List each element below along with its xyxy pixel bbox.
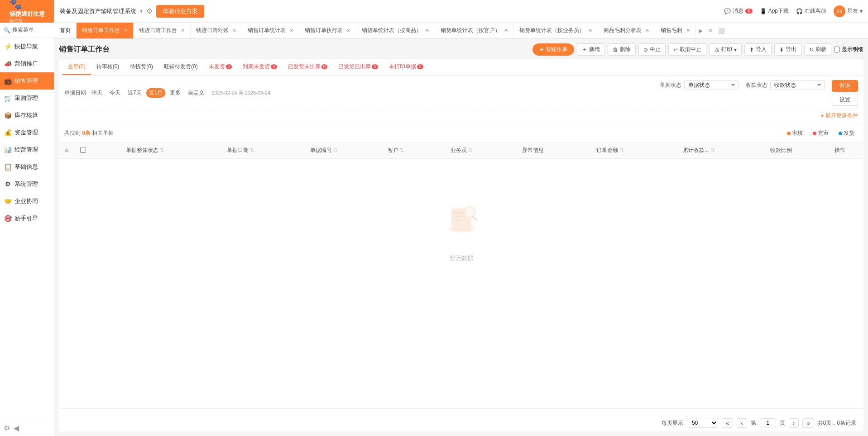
tab-product-margin[interactable]: 商品毛利分析表 ✕ [598, 23, 655, 39]
th-checkbox[interactable] [75, 142, 91, 159]
sidebar-item-sales[interactable]: 💼 销售管理 [0, 72, 54, 90]
tab-goods-stats-product[interactable]: 销货单统计表（按商品） ✕ [356, 23, 435, 39]
delete-btn[interactable]: 🗑 删除 [608, 43, 636, 56]
audit-action-btn[interactable]: 审核 [783, 128, 806, 138]
tab-cash-reconcile[interactable]: 钱货日清对账 ✕ [191, 23, 242, 39]
sidebar-item-guide[interactable]: 🎯 新手引导 [0, 210, 54, 227]
sort-salesman-icon[interactable]: ⇅ [468, 147, 473, 153]
stop-btn[interactable]: ⊘ 中止 [638, 43, 666, 56]
add-btn[interactable]: ＋ 新增 [577, 43, 605, 56]
cancel-stop-btn[interactable]: ↩ 取消中止 [668, 43, 706, 56]
sidebar-item-basic[interactable]: 📋 基础信息 [0, 158, 54, 175]
dropdown-icon[interactable]: ▾ [140, 8, 143, 14]
close-sales-order-tab[interactable]: ✕ [124, 28, 128, 33]
close-cash-reconcile-tab[interactable]: ✕ [232, 28, 236, 33]
date-opt-more[interactable]: 更多 [167, 88, 183, 98]
tab-sales-exec[interactable]: 销售订单执行表 ✕ [299, 23, 356, 39]
select-all-checkbox[interactable] [80, 147, 86, 153]
prev-page-btn[interactable]: ‹ [737, 418, 747, 428]
export-btn[interactable]: ⬇ 导出 [774, 43, 801, 56]
sort-date-icon[interactable]: ⇅ [250, 147, 254, 153]
th-setting[interactable]: ⚙ [59, 142, 75, 159]
settings-topbar-icon[interactable]: ⚙ [146, 7, 153, 15]
sidebar-item-marketing[interactable]: 📣 营销推广 [0, 55, 54, 72]
show-detail-checkbox[interactable] [834, 47, 840, 52]
close-sales-exec-tab[interactable]: ✕ [346, 28, 350, 33]
tab-home[interactable]: 首页 [54, 23, 77, 39]
expand-more-btn[interactable]: ▾ 展开更多条件 [821, 112, 858, 119]
filter-area: 单据日期 昨天 今天 近7天 近1月 更多 自定义 2023-02-24 至 2… [59, 76, 863, 124]
tab-goods-stats-salesman[interactable]: 销货单统计表（按业务员） ✕ [514, 23, 598, 39]
close-goods-customer-tab[interactable]: ✕ [504, 28, 508, 33]
tab-scroll-right[interactable]: ▶ [696, 23, 705, 39]
avatar: Ea [834, 5, 845, 17]
subtab-overdue-unshipped[interactable]: 到期未发货0 [237, 59, 283, 75]
sidebar-item-quick-nav[interactable]: ⚡ 快捷导航 [0, 38, 54, 55]
sidebar-item-purchase[interactable]: 🛒 采购管理 [0, 90, 54, 107]
page-size-select[interactable]: 10 20 50 100 [687, 418, 718, 428]
subtab-wangpu-ship[interactable]: 旺铺待发货(0) [158, 59, 203, 75]
subtab-all[interactable]: 全部(0) [62, 59, 91, 75]
sidebar-item-system[interactable]: ⚙ 系统管理 [0, 175, 54, 193]
date-opt-today[interactable]: 今天 [107, 88, 123, 98]
date-opt-1month[interactable]: 近1月 [146, 88, 166, 98]
close-sales-stats-tab[interactable]: ✕ [289, 28, 293, 33]
sort-amount-icon[interactable]: ⇅ [619, 147, 624, 153]
tab-sales-order[interactable]: 销售订单工作台 ✕ [77, 23, 134, 39]
user-item[interactable]: Ea 用友 ▾ [834, 5, 863, 17]
subtab-unprinted[interactable]: 未打印单据0 [384, 59, 429, 75]
close-goods-product-tab[interactable]: ✕ [425, 28, 429, 33]
sidebar-item-finance[interactable]: 💰 资金管理 [0, 124, 54, 141]
sort-collected-icon[interactable]: ⇅ [710, 147, 715, 153]
subtab-unshipped[interactable]: 未发货0 [203, 59, 238, 75]
subtab-pending-pick[interactable]: 待拣货(0) [125, 59, 158, 75]
date-opt-yesterday[interactable]: 昨天 [89, 88, 105, 98]
sort-number-icon[interactable]: ⇅ [333, 147, 338, 153]
refresh-btn[interactable]: ↻ 刷新 [804, 43, 831, 56]
tab-sales-stats[interactable]: 销售订单统计表 ✕ [242, 23, 299, 39]
tab-cash-daily[interactable]: 钱货日清工作台 ✕ [134, 23, 191, 39]
sidebar-item-label: 资金管理 [14, 128, 38, 137]
tab-close-all[interactable]: ✕ [705, 23, 715, 39]
subtab-shipped-not-out[interactable]: 已发货未出库0 [283, 59, 333, 75]
app-download-item[interactable]: 📱 App下载 [760, 7, 789, 15]
sort-customer-icon[interactable]: ⇅ [400, 147, 404, 153]
show-detail-label[interactable]: 显示明细 [834, 46, 863, 53]
online-service-item[interactable]: 🎧 在线客服 [796, 7, 826, 15]
sidebar-item-enterprise[interactable]: 🤝 企业协同 [0, 193, 54, 210]
tab-goods-stats-customer[interactable]: 销货单统计表（按客户） ✕ [435, 23, 514, 39]
tab-expand[interactable]: ⬜ [715, 23, 728, 39]
ai-generate-btn[interactable]: ✦ 智能生单 [532, 43, 574, 56]
date-opt-7days[interactable]: 近7天 [125, 88, 144, 98]
tab-sales-margin[interactable]: 销售毛利 ✕ [655, 23, 696, 39]
set-btn[interactable]: 设置 [832, 94, 858, 106]
subtab-pending-audit[interactable]: 待审核(0) [91, 59, 125, 75]
search-menu[interactable]: 🔍 搜索菜单 [0, 23, 54, 38]
status-select[interactable]: 单据状态 [684, 80, 739, 90]
first-page-btn[interactable]: « [722, 418, 733, 428]
collapse-icon[interactable]: ◀ [14, 424, 19, 432]
next-page-btn[interactable]: › [789, 418, 799, 428]
import-btn[interactable]: ⬆ 导入 [744, 43, 772, 56]
close-sales-margin-tab[interactable]: ✕ [686, 28, 690, 33]
cancel-audit-action-btn[interactable]: 充审 [809, 128, 832, 138]
sidebar-item-operations[interactable]: 📊 经营管理 [0, 141, 54, 158]
industry-btn[interactable]: 体验行业方案 [156, 5, 204, 18]
message-item[interactable]: 💬 消息 6 [724, 7, 753, 15]
ship-action-btn[interactable]: 发货 [835, 128, 858, 138]
last-page-btn[interactable]: » [802, 418, 814, 428]
query-btn[interactable]: 查询 [832, 80, 858, 92]
date-opt-custom[interactable]: 自定义 [185, 88, 207, 98]
th-amount: 订单金额⇅ [568, 142, 652, 159]
settings-icon[interactable]: ⚙ [4, 424, 10, 432]
close-cash-daily-tab[interactable]: ✕ [181, 28, 185, 33]
close-goods-salesman-tab[interactable]: ✕ [588, 28, 592, 33]
close-product-margin-tab[interactable]: ✕ [645, 28, 649, 33]
print-btn[interactable]: 🖨 打印 ▾ [709, 43, 742, 56]
sidebar-item-inventory[interactable]: 📦 库存核算 [0, 107, 54, 124]
subtab-shipped-out[interactable]: 已发货已出库0 [333, 59, 384, 75]
horizontal-scrollbar-area[interactable] [59, 408, 863, 414]
payment-select[interactable]: 收款状态 [770, 80, 825, 90]
sort-status-icon[interactable]: ⇅ [160, 147, 164, 153]
page-input[interactable] [760, 418, 776, 427]
